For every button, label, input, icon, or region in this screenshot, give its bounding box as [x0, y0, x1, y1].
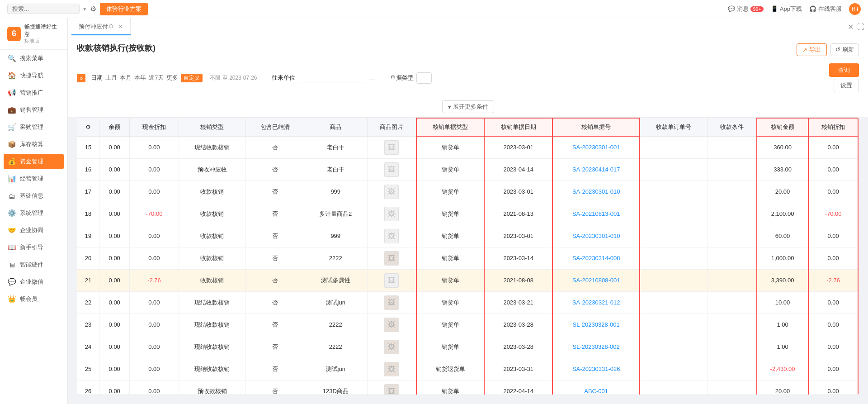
sidebar-label-search: 搜索菜单	[20, 54, 43, 62]
receipt-type-select[interactable]	[416, 72, 432, 84]
cell-goodsImg: 🖼	[367, 291, 416, 314]
cell-writeoffType: 收款核销	[179, 269, 246, 291]
cell-writeoffBillDate: 2023-03-31	[484, 358, 552, 380]
date-btn-custom[interactable]: 自定义	[181, 74, 203, 82]
export-button[interactable]: ↗ 导出	[797, 43, 827, 56]
sidebar-item-corp[interactable]: 🤝企业协同	[0, 222, 67, 239]
cell-writeoffBillNo[interactable]: SA-20230321-012	[552, 291, 640, 314]
online-service[interactable]: 🎧 在线客服	[809, 5, 842, 13]
sidebar-item-member[interactable]: 👑畅会员	[0, 290, 67, 308]
col-header-receiptCondition: 收款条件	[708, 118, 757, 136]
cell-goods: 老白干	[304, 136, 367, 158]
sidebar-item-search[interactable]: 🔍搜索菜单	[0, 50, 67, 67]
expand-conditions-button[interactable]: ▾ 展开更多条件	[442, 100, 494, 113]
cell-writeoffBillNo[interactable]: SL-20230328-002	[552, 336, 640, 358]
sidebar-item-basic[interactable]: 🗂基础信息	[0, 187, 67, 204]
table-row: 150.000.00现结收款核销否老白干🖼销货单2023-03-01SA-202…	[77, 136, 858, 158]
cell-goodsImg: 🖼	[367, 314, 416, 336]
goods-image: 🖼	[384, 162, 399, 177]
partner-input[interactable]	[298, 73, 366, 82]
cell-settled: 否	[246, 358, 304, 380]
sidebar-item-system[interactable]: ⚙️系统管理	[0, 204, 67, 222]
cell-receiptOrderNo	[640, 136, 708, 158]
cell-balance: 0.00	[99, 336, 130, 358]
cell-receiptOrderNo	[640, 336, 708, 358]
date-btn-this-month[interactable]: 本月	[120, 74, 132, 82]
sidebar-item-hardware[interactable]: 🖥智能硬件	[0, 256, 67, 273]
cell-writeoffBillNo[interactable]: SA-20230301-010	[552, 181, 640, 203]
settings-button[interactable]: 设置	[834, 79, 859, 92]
app-download[interactable]: 📱 App下载	[771, 5, 802, 13]
cell-writeoffAmount: 60.00	[757, 225, 808, 247]
sidebar-nav: 🔍搜索菜单🏠快捷导航📢营销推广💼销售管理🛒采购管理📦库存核算💰资金管理📊经营管理…	[0, 50, 67, 308]
cell-balance: 0.00	[99, 225, 130, 247]
cell-writeoffBillType: 销货单	[416, 247, 484, 269]
sidebar-item-marketing[interactable]: 📢营销推广	[0, 84, 67, 101]
col-header-settled: 包含已结清	[246, 118, 304, 136]
expand-conditions-row: ▾ 展开更多条件	[77, 97, 859, 117]
search-input[interactable]	[7, 4, 80, 14]
sidebar-item-operations[interactable]: 📊经营管理	[0, 170, 67, 187]
quicknav-icon: 🏠	[7, 71, 16, 80]
cell-writeoffBillNo[interactable]: SA-20230414-017	[552, 158, 640, 181]
filter-arrow[interactable]: »	[77, 74, 85, 82]
sidebar-item-wechat[interactable]: 💬企业微信	[0, 273, 67, 290]
expand-icon[interactable]: ⛶	[857, 23, 864, 31]
cell-writeoffBillNo[interactable]: SL-20230328-001	[552, 314, 640, 336]
finance-icon: 💰	[7, 157, 16, 166]
cell-writeoffBillNo[interactable]: SA-20230331-026	[552, 358, 640, 380]
goods-image: 🖼	[384, 273, 399, 288]
sidebar-item-finance[interactable]: 💰资金管理	[4, 154, 64, 169]
cell-settled: 否	[246, 136, 304, 158]
sidebar-label-inventory: 库存核算	[20, 140, 43, 148]
operations-icon: 📊	[7, 175, 16, 183]
date-btn-this-year[interactable]: 本年	[134, 74, 146, 82]
sidebar-item-guide[interactable]: 📖新手引导	[0, 239, 67, 256]
cell-balance: 0.00	[99, 314, 130, 336]
avatar[interactable]: Rit	[849, 3, 861, 15]
cell-writeoffType: 收款核销	[179, 247, 246, 269]
cell-writeoffBillNo[interactable]: SA-20230301-010	[552, 225, 640, 247]
tab-prepay[interactable]: 预付冲应付单✕	[71, 19, 131, 34]
cell-writeoffAmount: 2,100.00	[757, 203, 808, 225]
cell-goods: 老白干	[304, 158, 367, 181]
cell-goods: 2222	[304, 314, 367, 336]
cell-goodsImg: 🖼	[367, 358, 416, 380]
cell-writeoffBillNo[interactable]: ABC-001	[552, 380, 640, 395]
date-btn-more[interactable]: 更多	[166, 74, 178, 82]
service-label: 在线客服	[818, 5, 842, 13]
cell-goodsImg: 🖼	[367, 225, 416, 247]
sidebar-item-inventory[interactable]: 📦库存核算	[0, 136, 67, 153]
cell-writeoffBillType: 销货单	[416, 314, 484, 336]
date-btn-last-month[interactable]: 上月	[105, 74, 117, 82]
industry-btn[interactable]: 体验行业方案	[100, 3, 148, 15]
cell-writeoffType: 现结收款核销	[179, 358, 246, 380]
refresh-button[interactable]: ↺ 刷新	[830, 43, 859, 56]
cell-writeoffType: 现结收款核销	[179, 336, 246, 358]
cell-writeoffBillNo[interactable]: SA-20210808-001	[552, 269, 640, 291]
cell-writeoffBillDate: 2023-03-01	[484, 136, 552, 158]
table-wrapper[interactable]: ⚙余额现金折扣核销类型包含已结清商品商品图片核销单据类型核销单据日期核销单据号收…	[77, 117, 859, 395]
query-button[interactable]: 查询	[829, 63, 859, 77]
cell-goods: 999	[304, 181, 367, 203]
message-icon-group[interactable]: 💬 消息 99+	[728, 5, 764, 13]
col-header-balance: 余额	[99, 118, 130, 136]
cell-goodsImg: 🖼	[367, 336, 416, 358]
cell-cashDiscount: 0.00	[130, 158, 179, 181]
table-row: 160.000.00预收冲应收否老白干🖼销货单2023-04-14SA-2023…	[77, 158, 858, 181]
gear-icon[interactable]: ⚙	[90, 5, 96, 13]
cell-goodsImg: 🖼	[367, 181, 416, 203]
partner-dots[interactable]: ...	[368, 75, 376, 81]
cell-writeoffBillNo[interactable]: SA-20230301-001	[552, 136, 640, 158]
cell-writeoffAmount: 3,390.00	[757, 269, 808, 291]
cell-writeoffBillNo[interactable]: SA-20210813-001	[552, 203, 640, 225]
table-row: 260.000.00预收款核销否123D商品🖼销货单2022-04-14ABC-…	[77, 380, 858, 395]
cell-writeoffBillNo[interactable]: SA-20230314-008	[552, 247, 640, 269]
sidebar-item-sales[interactable]: 💼销售管理	[0, 101, 67, 119]
tab-close-prepay[interactable]: ✕	[118, 24, 123, 30]
sidebar-item-purchase[interactable]: 🛒采购管理	[0, 119, 67, 136]
close-icon[interactable]: ✕	[848, 23, 854, 31]
sidebar-item-quicknav[interactable]: 🏠快捷导航	[0, 67, 67, 84]
cell-cashDiscount: 0.00	[130, 136, 179, 158]
date-btn-7days[interactable]: 近7天	[149, 74, 164, 82]
